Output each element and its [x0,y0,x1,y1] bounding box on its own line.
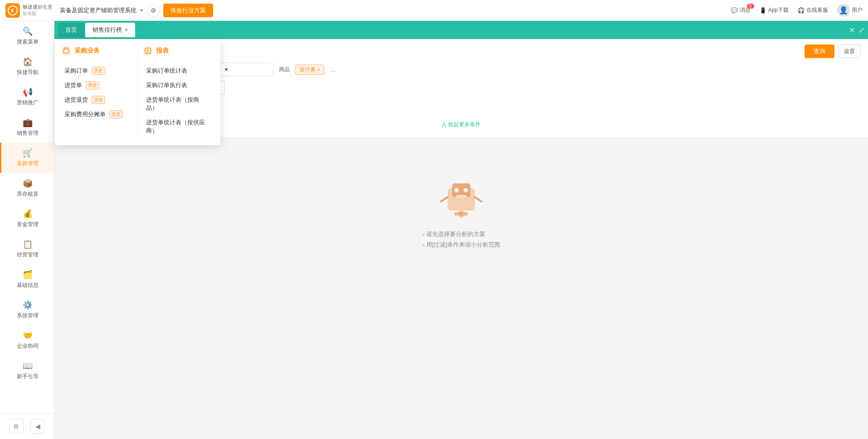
sidebar-label-operation: 经营管理 [17,251,39,259]
tab-sales-rank-label: 销售排行榜 [93,26,122,34]
svg-text:6: 6 [11,8,14,13]
tab-bar: 首页 销售排行榜 × ✕ ⤢ [54,21,868,39]
logo-sub: 标准版 [23,10,53,17]
doc-status-arrow: ▾ [225,66,228,73]
menu-label-purchase-receive: 进货单 [64,81,82,89]
sidebar-label-enterprise: 企业协同 [17,342,39,350]
query-button[interactable]: 查询 [805,44,834,58]
database-icon: 🗂️ [23,270,33,280]
title-dropdown-arrow[interactable]: ▾ [140,7,143,14]
app-download-label: App下载 [768,6,789,14]
settings-button[interactable]: 设置 [838,44,861,58]
svg-line-9 [441,197,448,202]
sidebar-item-operation[interactable]: 📋 经营管理 [0,234,54,264]
purchase-dropdown-menu: 采购业务 采购订单 历史 进货单 历史 进货退货 历史 采购费用分摊单 历史 [54,39,220,145]
sidebar-item-guide[interactable]: 📖 新手引导 [0,355,54,386]
menu-label-purchase-expense: 采购费用分摊单 [64,110,106,118]
sidebar-settings-btn[interactable]: ⚙ [9,419,24,434]
sidebar-item-base[interactable]: 🗂️ 基础信息 [0,264,54,295]
header-right: 💬 消息 5 📱 App下载 🎧 在线客服 👤 用户 [731,4,863,17]
clipboard-icon: 📋 [23,239,33,249]
handshake-icon: 🤝 [23,330,33,340]
menu-item-order-exec[interactable]: 采购订单执行表 [143,78,214,93]
top-header: 6 畅捷通好生意 标准版 装备及固定资产辅助管理系统 ▾ ⚙ 体验行业方案 💬 … [0,0,868,21]
money-icon: 💰 [23,209,33,219]
menu-item-purchase-expense[interactable]: 采购费用分摊单 历史 [62,107,132,122]
cart-icon: 🛒 [23,148,33,158]
purchase-section-header: 采购业务 [62,46,132,58]
message-icon: 💬 [731,7,738,14]
menu-label-purchase-order: 采购订单 [64,67,88,75]
tab-close-icon[interactable]: × [125,27,128,33]
sidebar-item-sales[interactable]: 💼 销售管理 [0,112,54,143]
online-service-btn[interactable]: 🎧 在线客服 [798,6,828,14]
sidebar-item-inventory[interactable]: 📦 库存核算 [0,173,54,203]
goods-tag-close[interactable]: × [317,67,320,72]
home-icon: 🏠 [23,57,33,67]
box-icon: 📦 [23,178,33,188]
sidebar-item-enterprise[interactable]: 🤝 企业协同 [0,325,54,355]
sidebar-label-search: 搜索菜单 [17,38,39,46]
app-download-btn[interactable]: 📱 App下载 [760,6,789,14]
menu-item-receive-stats-supplier[interactable]: 进货单统计表（按供应商） [143,115,214,138]
sidebar-label-marketing: 营销推广 [17,99,39,107]
book-icon: 📖 [23,361,33,371]
gear-icon: ⚙️ [23,300,33,310]
messages-btn[interactable]: 💬 消息 5 [731,6,751,14]
menu-label-receive-stats-supplier: 进货单统计表（按供应商） [146,118,211,135]
sidebar-item-marketing[interactable]: 📢 营销推广 [0,82,54,112]
tab-bar-right: ✕ ⤢ [849,26,864,35]
history-badge-purchase-order: 历史 [92,67,105,75]
purchase-business-section: 采购业务 采购订单 历史 进货单 历史 进货退货 历史 采购费用分摊单 历史 [62,46,137,138]
sidebar-item-purchase[interactable]: 🛒 采购管理 [0,143,54,173]
trial-button[interactable]: 体验行业方案 [163,4,213,17]
tab-home[interactable]: 首页 [58,23,84,37]
sidebar-item-search[interactable]: 🔍 搜索菜单 [0,21,54,51]
menu-item-purchase-order[interactable]: 采购订单 历史 [62,64,132,78]
tab-expand-btn[interactable]: ⤢ [858,26,864,35]
user-label: 用户 [852,6,863,14]
report-section: 报表 采购订单统计表 采购订单执行表 进货单统计表（按商品） 进货单统计表（按供… [137,46,214,138]
goods-tag-label: 设计素 [299,66,316,74]
sidebar-collapse-btn[interactable]: ◀ [30,419,45,434]
report-section-title: 报表 [156,47,169,55]
report-section-header: 报表 [143,46,214,58]
sidebar-label-system: 系统管理 [17,312,39,320]
logo-icon: 6 [5,3,20,18]
collapse-up-icon: ⋀ [442,122,446,128]
goods-dots[interactable]: ... [330,65,336,74]
sidebar-label-purchase: 采购管理 [17,160,39,168]
sidebar-label-guide: 新手引导 [17,373,39,380]
menu-item-purchase-return[interactable]: 进货退货 历史 [62,93,132,107]
svg-line-10 [475,197,482,202]
menu-label-order-stats: 采购订单统计表 [146,67,187,75]
svg-point-5 [463,188,468,192]
goods-label: 商品 [279,66,290,74]
empty-tip-1: 请先选择要分析的方案 [422,229,500,239]
headset-icon: 🎧 [798,7,805,14]
sidebar-label-sales: 销售管理 [17,129,39,137]
sidebar-item-system[interactable]: ⚙️ 系统管理 [0,295,54,325]
menu-item-receive-stats-goods[interactable]: 进货单统计表（按商品） [143,93,214,115]
logo-text: 畅捷通好生意 [23,4,53,10]
svg-rect-6 [456,195,467,197]
phone-icon: 📱 [760,7,766,14]
doc-status-select[interactable]: ▾ [219,63,273,76]
empty-tips: 请先选择要分析的方案 用[过滤]条件来缩小分析范围 [422,229,500,250]
menu-item-order-stats[interactable]: 采购订单统计表 [143,64,214,78]
messages-badge: 5 [747,4,754,9]
user-menu-btn[interactable]: 👤 用户 [837,4,863,17]
system-title-text: 装备及固定资产辅助管理系统 [60,6,137,15]
svg-rect-11 [63,49,69,53]
tab-sales-rank[interactable]: 销售排行榜 × [85,23,135,37]
sidebar-label-quick: 快捷导航 [17,69,39,76]
system-title-area: 装备及固定资产辅助管理系统 ▾ ⚙ 体验行业方案 [60,4,731,17]
menu-item-purchase-receive[interactable]: 进货单 历史 [62,78,132,93]
megaphone-icon: 📢 [23,87,33,97]
sidebar-item-finance[interactable]: 💰 资金管理 [0,203,54,234]
history-badge-return: 历史 [92,96,105,104]
settings-gear-btn[interactable]: ⚙ [147,4,160,17]
goods-tag: 设计素 × [295,64,324,75]
sidebar-item-quick[interactable]: 🏠 快捷导航 [0,51,54,82]
tab-close-btn[interactable]: ✕ [849,26,855,35]
